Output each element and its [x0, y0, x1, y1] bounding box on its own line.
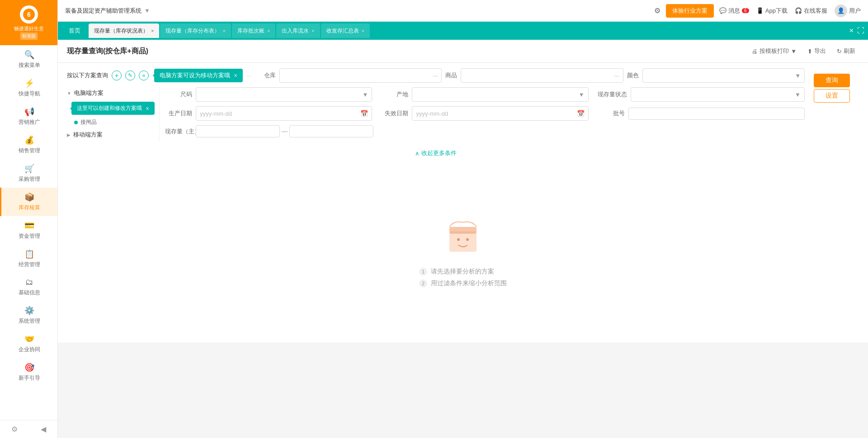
batch-input[interactable]: [628, 108, 805, 120]
stock-main-label: 现存量（主）: [165, 127, 192, 136]
sidebar-item-label: 销售管理: [19, 147, 40, 155]
stock-status-label: 现存量状态: [598, 90, 627, 99]
print-template-btn[interactable]: 🖨 按模板打印 ▼: [748, 45, 800, 57]
system-name-dropdown-icon[interactable]: ▼: [144, 7, 150, 14]
settings-footer-btn[interactable]: ⚙: [11, 425, 18, 433]
stock-main-range: —: [196, 125, 373, 137]
purchase-icon: 🛒: [24, 164, 34, 174]
svg-rect-3: [449, 227, 476, 234]
setup-btn[interactable]: 设置: [814, 89, 850, 103]
edit-scheme-btn[interactable]: ✎: [125, 71, 135, 80]
sidebar-item-label: 新手引导: [19, 374, 40, 382]
pc-scheme-label: 电脑端方案: [74, 89, 104, 97]
tip-num-2: 2: [419, 279, 427, 287]
tab-inventory-status[interactable]: 现存量（库存状况表） ×: [89, 24, 159, 38]
app-download-action[interactable]: 📱 App下载: [756, 7, 788, 15]
svg-text:6: 6: [27, 11, 31, 18]
add-scheme-btn[interactable]: +: [112, 71, 122, 80]
collapse-footer-btn[interactable]: ◀: [41, 425, 46, 433]
quick-nav-icon: ⚡: [24, 78, 34, 88]
tab-close-icon[interactable]: ×: [151, 28, 154, 33]
tab-in-out-flow[interactable]: 出入库流水 ×: [276, 24, 320, 38]
svg-rect-2: [449, 231, 476, 252]
tab-home[interactable]: 首页: [61, 22, 88, 40]
sidebar-item-label: 快捷导航: [19, 90, 40, 98]
pc-scheme-item[interactable]: ▼ 电脑端方案: [67, 87, 155, 99]
sidebar: 6 畅捷通好生意 标准版 🔍 搜索菜单 ⚡ 快捷导航 📢 营销推广 💰 销售管理…: [0, 0, 58, 438]
messages-icon: 💬: [719, 7, 726, 14]
tab-close-all-icon[interactable]: ×: [849, 27, 854, 35]
prod-date-calendar-icon[interactable]: 📅: [360, 110, 368, 117]
tooltip1-close-btn[interactable]: ×: [234, 72, 237, 79]
tab-close-icon[interactable]: ×: [267, 28, 270, 33]
tab-receive-summary[interactable]: 收发存汇总表 ×: [321, 24, 370, 38]
prod-date-input[interactable]: yyyy-mm-dd 📅: [196, 106, 372, 121]
sidebar-item-guide[interactable]: 🎯 新手引导: [0, 358, 57, 386]
sidebar-item-marketing[interactable]: 📢 营销推广: [0, 102, 57, 131]
sidebar-item-management[interactable]: 📋 经营管理: [0, 245, 57, 273]
form-row-1: 尺码 ▼ 产地 ▼: [165, 87, 805, 102]
size-select[interactable]: ▼: [196, 87, 372, 102]
size-field: 尺码 ▼: [165, 87, 372, 102]
messages-label: 消息: [728, 7, 740, 15]
expiry-date-input[interactable]: yyyy-mm-dd 📅: [412, 106, 588, 121]
tab-close-icon[interactable]: ×: [222, 28, 225, 33]
tab-label: 库存批次账: [237, 27, 264, 35]
sidebar-item-label: 基础信息: [19, 289, 40, 297]
support-action[interactable]: 🎧 在线客服: [795, 7, 827, 15]
sales-icon: 💰: [24, 135, 34, 145]
active-scheme-node[interactable]: 接闸品: [74, 118, 155, 126]
export-btn[interactable]: ⬆ 导出: [804, 45, 830, 57]
sidebar-item-base-info[interactable]: 🗂 基础信息: [0, 273, 57, 301]
sidebar-item-finance[interactable]: 💳 资金管理: [0, 216, 57, 245]
sidebar-item-sales[interactable]: 💰 销售管理: [0, 131, 57, 159]
tab-close-icon[interactable]: ×: [311, 28, 314, 33]
stock-main-min-input[interactable]: [196, 125, 280, 137]
back-btn[interactable]: «: [139, 71, 149, 80]
logo-icon: 6: [20, 5, 38, 24]
tab-inventory-dist[interactable]: 现存量（库存分布表） ×: [160, 24, 231, 38]
tab-batch-account[interactable]: 库存批次账 ×: [232, 24, 275, 38]
user-action[interactable]: 👤 用户: [835, 5, 861, 17]
settings-icon[interactable]: ⚙: [654, 6, 660, 15]
prod-date-placeholder: yyyy-mm-dd: [200, 110, 232, 117]
headset-icon: 🎧: [795, 7, 802, 14]
sidebar-item-enterprise[interactable]: 🤝 企业协同: [0, 330, 57, 358]
warehouse-select[interactable]: ···: [279, 68, 442, 83]
collapse-arrow-icon: ∧: [415, 150, 420, 157]
page-content: 现存量查询(按仓库+商品) 🖨 按模板打印 ▼ ⬆ 导出 ↻ 刷新: [58, 40, 868, 438]
prod-date-field: 生产日期 yyyy-mm-dd 📅: [165, 106, 372, 121]
sidebar-item-label: 采购管理: [19, 175, 40, 183]
goods-select[interactable]: ···: [461, 68, 623, 83]
tab-fullscreen-icon[interactable]: ⛶: [857, 27, 864, 35]
stock-main-max-input[interactable]: [289, 125, 373, 137]
sidebar-item-label: 资金管理: [19, 232, 40, 240]
batch-field: 批号: [598, 108, 805, 120]
stock-status-select[interactable]: ▼: [631, 87, 805, 102]
expiry-date-calendar-icon[interactable]: 📅: [577, 110, 585, 117]
sidebar-item-search[interactable]: 🔍 搜索菜单: [0, 45, 57, 74]
try-industry-btn[interactable]: 体验行业方案: [666, 4, 714, 18]
sidebar-item-label: 库存核算: [19, 204, 40, 212]
sidebar-item-quick-nav[interactable]: ⚡ 快捷导航: [0, 74, 57, 102]
sidebar-item-inventory[interactable]: 📦 库存核算: [0, 188, 57, 216]
more-options-icon[interactable]: ···: [246, 72, 251, 79]
refresh-btn[interactable]: ↻ 刷新: [833, 45, 859, 57]
collapse-conditions-btn[interactable]: ∧ 收起更多条件: [67, 145, 805, 162]
print-dropdown-icon: ▼: [791, 48, 797, 55]
warehouse-label: 仓库: [264, 71, 276, 80]
tab-label: 现存量（库存状况表）: [94, 27, 148, 35]
tab-close-icon[interactable]: ×: [362, 28, 364, 33]
mobile-scheme-item[interactable]: ▶ 移动端方案: [67, 129, 155, 141]
color-dropdown-icon: ▼: [795, 72, 801, 79]
color-select[interactable]: ▼: [642, 68, 805, 83]
sidebar-item-system[interactable]: ⚙️ 系统管理: [0, 301, 57, 330]
stock-status-field: 现存量状态 ▼: [598, 87, 805, 102]
goods-dropdown-icon: ···: [614, 72, 619, 79]
search-btn[interactable]: 查询: [814, 74, 850, 87]
tooltip2-close-btn[interactable]: ×: [146, 105, 149, 112]
tip-num-1: 1: [419, 268, 427, 276]
sidebar-item-purchase[interactable]: 🛒 采购管理: [0, 159, 57, 188]
messages-action[interactable]: 💬 消息 6: [719, 7, 749, 15]
origin-select[interactable]: ▼: [412, 87, 588, 102]
